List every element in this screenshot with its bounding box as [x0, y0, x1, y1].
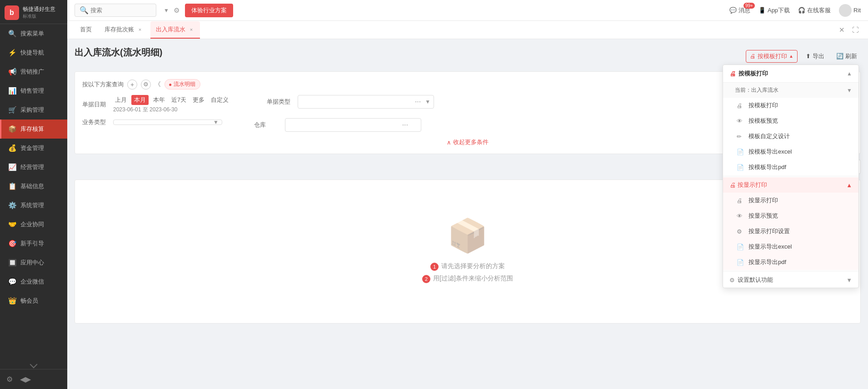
empty-hint-1: 1 请先选择要分析的方案: [430, 262, 505, 271]
tab-batch[interactable]: 库存批次账 ×: [99, 21, 149, 39]
receipt-type-select[interactable]: ···: [298, 95, 434, 109]
sidebar-item-enterprise[interactable]: 🤝 企业协同: [0, 215, 67, 234]
dp-item-label: 按模板导出pdf: [748, 163, 786, 171]
chevron-down-icon[interactable]: ▼: [164, 7, 169, 14]
sidebar-item-search[interactable]: 🔍 搜索菜单: [0, 24, 67, 43]
dp-header-label: 按模板打印: [738, 70, 768, 78]
collapse-btn[interactable]: ∧ 收起更多条件: [447, 138, 489, 146]
basic-icon: 📋: [8, 182, 17, 191]
sidebar-nav: 🔍 搜索菜单 ⚡ 快捷导航 📢 营销推广 📊 销售管理 🛒 采购管理 📦 库存核…: [0, 24, 67, 359]
date-option-this-month[interactable]: 本月: [131, 95, 149, 105]
date-option-7days[interactable]: 近7天: [170, 95, 188, 105]
active-filter-tag[interactable]: ● 流水明细: [165, 79, 200, 90]
sidebar-settings-icon[interactable]: ⚙: [6, 375, 13, 384]
message-badge: 99+: [743, 3, 755, 9]
dp-item-display-preview[interactable]: 👁 按显示预览: [723, 208, 858, 224]
tab-close-all-icon[interactable]: ✕: [837, 24, 847, 36]
dp-item-label: 模板自定义设计: [748, 132, 790, 140]
sidebar-item-sales[interactable]: 📊 销售管理: [0, 81, 67, 100]
enterprise-icon: 🤝: [8, 220, 17, 229]
more-dots-icon[interactable]: ···: [415, 98, 421, 106]
biz-type-select[interactable]: [113, 120, 222, 125]
sidebar-item-basic[interactable]: 📋 基础信息: [0, 177, 67, 196]
finance-icon: 💰: [8, 144, 17, 153]
dp-current-template: 当前：出入库流水 ▼: [723, 83, 858, 98]
warehouse-select[interactable]: ···: [285, 118, 421, 132]
sidebar-item-finance[interactable]: 💰 资金管理: [0, 139, 67, 158]
date-option-custom[interactable]: 自定义: [209, 95, 230, 105]
tabbar-right-actions: ✕ ⛶: [837, 24, 861, 36]
eye-icon: 👁: [737, 118, 745, 125]
message-btn[interactable]: 💬 消息 99+: [729, 6, 750, 15]
dp-footer[interactable]: ⚙ 设置默认功能 ▼: [723, 272, 858, 288]
filter-title: 按以下方案查询: [82, 80, 124, 89]
hint-num-1: 1: [430, 263, 439, 271]
search-icon: 🔍: [80, 6, 89, 15]
sidebar-item-operations[interactable]: 📈 经营管理: [0, 158, 67, 177]
operations-icon: 📈: [8, 163, 17, 172]
chevron-down-icon: ▼: [213, 119, 219, 125]
filter-collapse-arrow[interactable]: 《: [155, 80, 161, 89]
dp-item-display-print[interactable]: 🖨 按显示打印: [723, 193, 858, 208]
dp-active-section-header[interactable]: 🖨 按显示打印 ▲: [723, 177, 858, 193]
online-service-btn[interactable]: 🎧 在线客服: [798, 6, 831, 15]
sidebar-item-system[interactable]: ⚙️ 系统管理: [0, 196, 67, 215]
sidebar-item-quick-nav[interactable]: ⚡ 快捷导航: [0, 43, 67, 62]
pdf-icon: 📄: [737, 164, 745, 171]
sidebar-item-vip[interactable]: 👑 畅会员: [0, 291, 67, 310]
dp-item-template-preview[interactable]: 👁 按模板预览: [723, 113, 858, 129]
topbar-search-box[interactable]: 🔍: [75, 4, 156, 17]
date-option-this-year[interactable]: 本年: [151, 95, 167, 105]
dp-item-display-export-pdf[interactable]: 📄 按显示导出pdf: [723, 254, 858, 270]
sidebar-item-label: 搜索菜单: [20, 30, 44, 38]
industry-btn[interactable]: 体验行业方案: [185, 4, 233, 17]
search-input[interactable]: [90, 7, 145, 14]
dp-item-template-export-excel[interactable]: 📄 按模板导出excel: [723, 144, 858, 160]
date-option-prev-month[interactable]: 上月: [113, 95, 129, 105]
sidebar-collapse-icon[interactable]: ◀▶: [20, 375, 31, 384]
tab-expand-icon[interactable]: ⛶: [850, 24, 861, 35]
collapse-label: 收起更多条件: [453, 138, 489, 146]
sidebar-item-inventory[interactable]: 📦 库存核算: [0, 120, 67, 139]
dp-item-display-export-excel[interactable]: 📄 按显示导出excel: [723, 239, 858, 254]
app-version: 标准版: [23, 13, 55, 20]
hint-text-1: 请先选择要分析的方案: [441, 262, 505, 270]
tab-inout-flow-close[interactable]: ×: [188, 26, 195, 33]
print-template-btn[interactable]: 🖨 按模板打印 ▲: [746, 50, 798, 63]
dp-item-template-print[interactable]: 🖨 按模板打印: [723, 98, 858, 113]
export-btn[interactable]: ⬆ 导出: [802, 50, 828, 62]
sidebar: b 畅捷通好生意 标准版 🔍 搜索菜单 ⚡ 快捷导航 📢 营销推广 📊 销售管理…: [0, 0, 67, 389]
sidebar-item-label: 资金管理: [20, 144, 44, 152]
dp-item-template-export-pdf[interactable]: 📄 按模板导出pdf: [723, 160, 858, 175]
refresh-btn[interactable]: 🔄 刷新: [833, 50, 861, 62]
sidebar-item-guide[interactable]: 🎯 新手引导: [0, 234, 67, 253]
gear-icon[interactable]: ⚙: [174, 6, 180, 15]
sidebar-item-purchase[interactable]: 🛒 采购管理: [0, 100, 67, 120]
dp-divider-2: [723, 271, 858, 271]
tab-batch-close[interactable]: ×: [137, 26, 143, 33]
empty-state: 📦 1 请先选择要分析的方案 2 用[过滤]条件来缩小分析范围: [413, 180, 522, 323]
more-dots-icon[interactable]: ···: [402, 121, 408, 129]
sidebar-item-app-center[interactable]: 🔲 应用中心: [0, 253, 67, 272]
user-profile[interactable]: Rit: [839, 4, 861, 17]
sidebar-item-label: 采购管理: [20, 106, 44, 114]
dp-collapse-arrow[interactable]: ▲: [847, 70, 852, 77]
tab-inout-flow[interactable]: 出入库流水 ×: [150, 21, 200, 39]
sidebar-item-wechat[interactable]: 💬 企业微信: [0, 272, 67, 291]
tab-home[interactable]: 首页: [75, 21, 97, 39]
inventory-icon: 📦: [8, 125, 17, 134]
warehouse-label: 仓库: [254, 121, 281, 129]
marketing-icon: 📢: [8, 67, 17, 76]
export-icon: ⬆: [806, 53, 811, 60]
dp-header[interactable]: 🖨 按模板打印 ▲: [723, 65, 858, 83]
date-option-more[interactable]: 更多: [191, 95, 206, 105]
filter-add-btn[interactable]: +: [127, 80, 137, 90]
filter-settings-btn[interactable]: ⚙: [141, 80, 151, 90]
gear-icon: ⚙: [737, 228, 745, 235]
dp-active-section-label: 按显示打印: [738, 181, 767, 189]
dp-item-template-custom[interactable]: ✏ 模板自定义设计: [723, 129, 858, 144]
dp-item-display-print-settings[interactable]: ⚙ 按显示打印设置: [723, 224, 858, 239]
avatar: [839, 4, 852, 17]
sidebar-item-marketing[interactable]: 📢 营销推广: [0, 62, 67, 81]
app-download-btn[interactable]: 📱 App下载: [758, 6, 790, 15]
